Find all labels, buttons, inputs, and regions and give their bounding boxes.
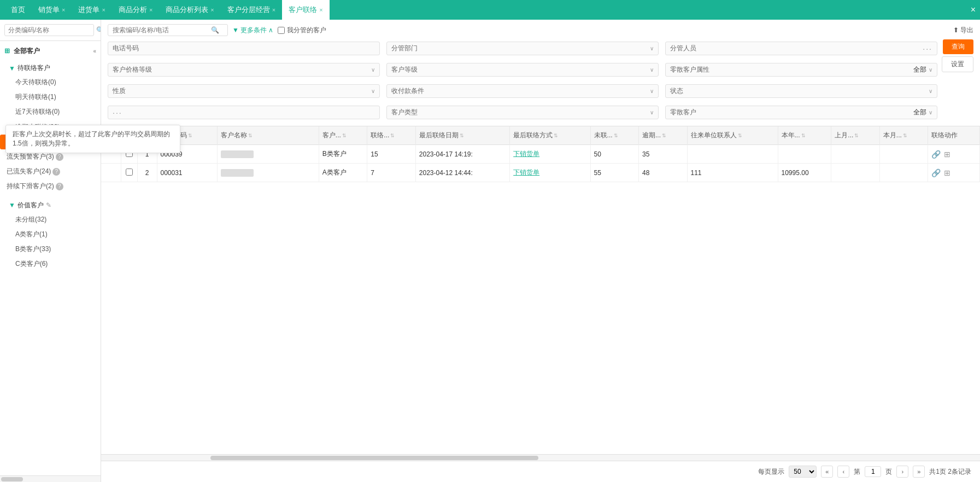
nav-customer-tier[interactable]: 客户分层经营 × xyxy=(221,0,282,20)
col-last-month[interactable]: 上月... ⇅ xyxy=(831,126,879,145)
filter-payment-term[interactable]: 收付款条件 ∨ xyxy=(386,84,659,98)
col-last-date[interactable]: 最后联络日期 ⇅ xyxy=(415,126,509,145)
filter-retail-customer[interactable]: 零散客户 全部 ∨ xyxy=(665,106,937,119)
sidebar-item-ungroup[interactable]: 未分组(32) xyxy=(9,212,101,227)
col-pending-label: 未联... xyxy=(594,131,613,140)
filter-retail-attr-label: 零散客户属性 xyxy=(670,65,709,74)
nav-purchase-close[interactable]: × xyxy=(102,7,105,13)
action-grid-icon[interactable]: ⊞ xyxy=(944,169,950,177)
sidebar-item-b-class[interactable]: B类客户(33) xyxy=(9,242,101,257)
nav-product-analysis[interactable]: 商品分析 × xyxy=(112,0,159,20)
query-button[interactable]: 查询 xyxy=(943,39,973,54)
sidebar-collapse-btn[interactable]: « xyxy=(93,48,96,54)
last-page-btn[interactable]: » xyxy=(913,466,925,478)
retail-customer-dropdown-icon[interactable]: ∨ xyxy=(929,109,932,115)
row-checkbox-1[interactable] xyxy=(126,169,133,176)
col-last-method[interactable]: 最后联络方式 ⇅ xyxy=(510,126,590,145)
per-page-label: 每页显示 xyxy=(758,467,784,477)
filter-price-level[interactable]: 客户价格等级 ∨ xyxy=(108,63,380,77)
prev-page-btn[interactable]: ‹ xyxy=(837,466,849,478)
filter-retail-attr[interactable]: 零散客户属性 全部 ∨ xyxy=(665,63,937,77)
retail-attr-dropdown-icon[interactable]: ∨ xyxy=(929,67,932,73)
nav-customer-tier-close[interactable]: × xyxy=(272,7,275,13)
nav-sales[interactable]: 销货单 × xyxy=(32,0,72,20)
filter-search-icon[interactable]: 🔍 xyxy=(211,26,219,34)
scroll-thumb[interactable] xyxy=(210,456,538,460)
filter-customer-level[interactable]: 客户等级 ∨ xyxy=(386,63,659,77)
export-button[interactable]: ⬆ 导出 xyxy=(953,26,973,35)
sidebar-item-tomorrow[interactable]: 明天待联络(1) xyxy=(9,90,101,104)
nav-customer-contact[interactable]: 客户联络 × xyxy=(282,0,329,20)
nav-product-analysis-list[interactable]: 商品分析列表 × xyxy=(159,0,220,20)
sidebar-item-today[interactable]: 今天待联络(0) xyxy=(9,75,101,90)
page-input[interactable] xyxy=(865,466,881,477)
lost-pre-info-icon[interactable]: ? xyxy=(56,153,63,161)
filter-more-btn[interactable]: ▼ 更多条件 ∧ xyxy=(232,26,273,35)
sidebar-value-group-label[interactable]: ▼ 价值客户 ✎ xyxy=(4,199,101,212)
sidebar-item-lost[interactable]: 已流失客户(24) ? xyxy=(0,164,101,179)
col-last-date-label: 最后联络日期 xyxy=(419,131,459,140)
value-edit-icon[interactable]: ✎ xyxy=(46,201,51,209)
gender-dropdown-icon[interactable]: ∨ xyxy=(371,88,375,94)
action-link-icon[interactable]: 🔗 xyxy=(931,150,941,159)
filter-retail-customer-value: 全部 xyxy=(913,108,926,117)
row-overdue: 48 xyxy=(639,164,687,182)
sidebar-item-declining[interactable]: 持续下滑客户(2) ? xyxy=(0,179,101,194)
col-unit-contact[interactable]: 往来单位联系人 ⇅ xyxy=(687,126,778,145)
sidebar-search-icon[interactable]: 🔍 xyxy=(96,26,101,34)
sidebar-bottom-scrollbar[interactable] xyxy=(0,475,101,482)
col-last-month-sort-icon: ⇅ xyxy=(854,133,859,138)
filter-phone: 电话号码 xyxy=(108,42,380,55)
nav-product-analysis-list-close[interactable]: × xyxy=(210,7,214,13)
sub-dept-dropdown-icon[interactable]: ∨ xyxy=(650,45,654,51)
status-dropdown-icon[interactable]: ∨ xyxy=(929,88,932,94)
filter-gender[interactable]: 性质 ∨ xyxy=(108,84,380,98)
col-last-method-label: 最后联络方式 xyxy=(513,131,553,140)
col-this-month[interactable]: 本月... ⇅ xyxy=(879,126,928,145)
sidebar-all-customers-header[interactable]: ⊞ 全部客户 « xyxy=(4,44,96,58)
setting-button[interactable]: 设置 xyxy=(942,56,973,72)
filter-customer-type[interactable]: 客户类型 ∨ xyxy=(386,106,659,119)
col-this-year[interactable]: 本年... ⇅ xyxy=(778,126,831,145)
per-page-select[interactable]: 50 100 200 xyxy=(789,466,817,478)
window-close-icon[interactable]: × xyxy=(971,5,976,15)
sidebar-item-c-class[interactable]: C类客户(6) xyxy=(9,257,101,271)
horizontal-scrollbar[interactable] xyxy=(101,454,980,461)
my-customers-checkbox-label[interactable]: 我分管的客户 xyxy=(278,26,326,35)
price-level-dropdown-icon[interactable]: ∨ xyxy=(371,67,375,73)
nav-customer-contact-close[interactable]: × xyxy=(319,7,322,13)
my-customers-checkbox[interactable] xyxy=(278,27,285,34)
first-page-btn[interactable]: « xyxy=(821,466,833,478)
action-grid-icon[interactable]: ⊞ xyxy=(944,150,950,159)
row-checkbox-cell[interactable] xyxy=(121,164,137,182)
filter-search-box: 🔍 xyxy=(108,24,228,36)
payment-term-dropdown-icon[interactable]: ∨ xyxy=(650,88,654,94)
customer-level-dropdown-icon[interactable]: ∨ xyxy=(650,67,654,73)
tooltip-repurchase: 距客户上次交易时长，超过了此客户的平均交易周期的1.5倍，则视为异常。 xyxy=(5,125,101,153)
col-pending[interactable]: 未联... ⇅ xyxy=(590,126,638,145)
filter-sub-dept[interactable]: 分管部门 ∨ xyxy=(386,42,659,55)
filter-status[interactable]: 状态 ∨ xyxy=(665,84,937,98)
lost-info-icon[interactable]: ? xyxy=(52,168,60,176)
row-last-method[interactable]: 下销货单 xyxy=(510,164,590,182)
filter-search-input[interactable] xyxy=(113,26,211,34)
col-contact[interactable]: 联络... ⇅ xyxy=(367,126,415,145)
row-last-method[interactable]: 下销货单 xyxy=(510,145,590,164)
sidebar-item-7days[interactable]: 近7天待联络(0) xyxy=(9,104,101,119)
sub-person-dots-icon[interactable]: ··· xyxy=(923,44,932,53)
col-name[interactable]: 客户名称 ⇅ xyxy=(217,126,319,145)
declining-info-icon[interactable]: ? xyxy=(56,183,63,190)
dots3-icon[interactable]: ··· xyxy=(113,108,122,117)
action-link-icon[interactable]: 🔗 xyxy=(931,169,941,177)
nav-sales-close[interactable]: × xyxy=(62,7,65,13)
next-page-btn[interactable]: › xyxy=(896,466,908,478)
nav-product-analysis-close[interactable]: × xyxy=(149,7,152,13)
nav-purchase[interactable]: 进货单 × xyxy=(72,0,112,20)
col-type[interactable]: 客户... ⇅ xyxy=(319,126,367,145)
customer-type-dropdown-icon[interactable]: ∨ xyxy=(650,109,654,115)
sidebar-search-input[interactable] xyxy=(4,24,94,36)
sidebar-pending-group-label[interactable]: ▼ 待联络客户 xyxy=(4,61,101,75)
col-overdue[interactable]: 逾期... ⇅ xyxy=(639,126,687,145)
sidebar-item-a-class[interactable]: A类客户(1) xyxy=(9,227,101,242)
nav-home[interactable]: 首页 xyxy=(4,0,32,20)
